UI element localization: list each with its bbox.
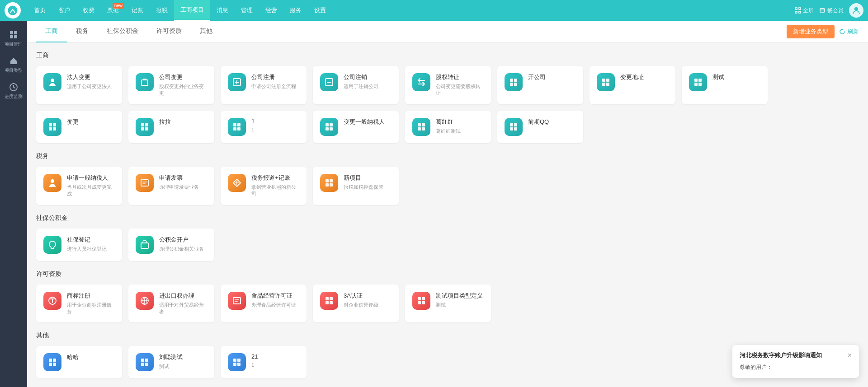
card-name-new-project: 新项目: [344, 174, 392, 182]
card-trademark[interactable]: 商标注册 用于企业商标注册服务: [36, 284, 122, 323]
card-desc-trademark: 用于企业商标注册服务: [67, 302, 115, 316]
card-apply-invoice[interactable]: 申请发票 办理申请发票业务: [128, 167, 214, 205]
card-icon-one: [228, 118, 246, 136]
svg-rect-70: [418, 301, 421, 304]
card-equity-transfer[interactable]: 股权转让 公司变更需要股权转让: [405, 66, 491, 104]
tab-actions: 新增业务类型 刷新: [787, 25, 859, 38]
notification-popup: 河北税务数字账户升级影响通知 × 尊敬的用户：: [732, 345, 859, 378]
svg-rect-49: [510, 123, 513, 126]
card-name-import-export: 进出口权办理: [159, 292, 207, 300]
refresh-button[interactable]: 刷新: [839, 28, 859, 36]
card-test-type-def[interactable]: 测试项目类型定义 测试: [405, 284, 491, 323]
new-badge: new: [113, 3, 124, 9]
card-tax-report[interactable]: 税务报道+记账 拿到营业执照的新公司: [221, 167, 307, 205]
new-type-button[interactable]: 新增业务类型: [787, 25, 835, 38]
svg-rect-5: [799, 11, 801, 13]
svg-point-7: [854, 7, 858, 11]
card-food-license[interactable]: 食品经营许可证 办理食品经营许可证: [221, 284, 307, 323]
card-icon-change-address: [597, 73, 615, 91]
card-name-change-taxpayer: 变更一般纳税人: [344, 118, 392, 126]
card-desc-fund-open: 办理公积金相关业务: [159, 246, 207, 252]
nav-message[interactable]: 消息: [210, 0, 235, 21]
member-btn[interactable]: 畅会员: [819, 7, 844, 14]
svg-rect-40: [237, 127, 241, 131]
svg-rect-82: [233, 363, 236, 366]
card-haha[interactable]: 哈哈: [36, 346, 122, 378]
card-one[interactable]: 1 1: [221, 111, 307, 143]
card-legal-change[interactable]: 法人变更 适用于公司变更法人: [36, 66, 122, 104]
card-3a-cert[interactable]: 3A认证 对企业信誉评级: [313, 284, 399, 323]
card-change-taxpayer[interactable]: 变更一般纳税人: [313, 111, 399, 143]
card-ge-hong-hong[interactable]: 葛红红 葛红红测试: [405, 111, 491, 143]
card-import-export[interactable]: 进出口权办理 适用于对外贸易经营者: [128, 284, 214, 323]
nav-home[interactable]: 首页: [28, 0, 52, 21]
svg-rect-4: [795, 11, 797, 13]
svg-rect-29: [49, 123, 52, 126]
nav-accounting[interactable]: 记账: [125, 0, 150, 21]
nav-operation[interactable]: 经营: [259, 0, 283, 21]
sidebar-item-project-manage[interactable]: 项目管理: [0, 25, 27, 51]
svg-rect-37: [233, 123, 236, 126]
tab-license[interactable]: 许可资质: [147, 21, 191, 42]
svg-point-13: [51, 79, 54, 82]
svg-rect-14: [142, 80, 148, 85]
card-change-address[interactable]: 变更地址: [590, 66, 675, 104]
svg-rect-63: [233, 298, 241, 304]
svg-rect-83: [237, 363, 241, 366]
tab-social[interactable]: 社保公积金: [98, 21, 147, 42]
nav-settings[interactable]: 设置: [308, 0, 332, 21]
card-desc-equity-transfer: 公司变更需要股权转让: [436, 83, 484, 97]
section-social: 社保公积金 社保登记 进行人员社保登记 公积金开户: [36, 214, 859, 261]
svg-rect-42: [330, 123, 333, 126]
card-name-legal-change: 法人变更: [67, 73, 115, 81]
tab-biz[interactable]: 工商: [36, 21, 67, 42]
svg-rect-26: [698, 79, 702, 82]
card-apply-taxpayer[interactable]: 申请一般纳税人 当月或次月成变更完成: [36, 167, 122, 205]
cards-grid-social: 社保登记 进行人员社保登记 公积金开户 办理公积金相关业务: [36, 228, 859, 261]
card-pre-qq[interactable]: 前期QQ: [497, 111, 583, 143]
nav-items: 首页 客户 收费 票据 new 记账 报税 工商项目 消息 管理 经营 服务 设…: [28, 0, 795, 21]
card-twentyone[interactable]: 21 1: [221, 346, 307, 378]
svg-rect-71: [422, 301, 425, 304]
notif-close-button[interactable]: ×: [848, 351, 852, 359]
card-open-company[interactable]: 开公司: [497, 66, 583, 104]
card-desc-company-register: 申请公司注册全流程: [251, 83, 299, 90]
card-new-project[interactable]: 新项目 报税加税控盘保管: [313, 167, 399, 205]
nav-service[interactable]: 服务: [283, 0, 308, 21]
card-liu-test[interactable]: 刘聪测试 测试: [128, 346, 214, 378]
card-desc-apply-taxpayer: 当月或次月成变更完成: [67, 184, 115, 198]
card-icon-test-type-def: [412, 292, 430, 310]
card-fund-open[interactable]: 公积金开户 办理公积金相关业务: [128, 228, 214, 261]
card-icon-haha: [43, 353, 61, 371]
card-icon-social-register: [43, 236, 61, 254]
sidebar-item-project-type[interactable]: 项目类型: [0, 51, 27, 78]
nav-billing[interactable]: 收费: [76, 0, 101, 21]
nav-management[interactable]: 管理: [235, 0, 259, 21]
tab-other[interactable]: 其他: [191, 21, 222, 42]
nav-tax[interactable]: 报税: [150, 0, 174, 21]
user-avatar[interactable]: [849, 3, 863, 18]
card-lala[interactable]: 拉拉: [128, 111, 214, 143]
card-name-apply-invoice: 申请发票: [159, 174, 207, 182]
fullscreen-btn[interactable]: 全屏: [795, 7, 814, 14]
card-icon-twentyone: [228, 353, 246, 371]
nav-right: 全屏 畅会员: [795, 3, 863, 18]
card-company-register[interactable]: 公司注册 申请公司注册全流程: [221, 66, 307, 104]
cards-grid-license: 商标注册 用于企业商标注册服务 进出口权办理 适用于对外贸易经营者: [36, 284, 859, 323]
card-change[interactable]: 变更: [36, 111, 122, 143]
card-company-cancel[interactable]: 公司注销 适用于注销公司: [313, 66, 399, 104]
card-test[interactable]: 测试: [682, 66, 768, 104]
svg-rect-20: [514, 83, 517, 86]
card-social-register[interactable]: 社保登记 进行人员社保登记: [36, 228, 122, 261]
tab-tax[interactable]: 税务: [67, 21, 98, 42]
nav-invoice[interactable]: 票据 new: [101, 0, 125, 21]
card-name-3a-cert: 3A认证: [344, 292, 392, 300]
svg-rect-11: [14, 35, 17, 38]
svg-rect-18: [514, 79, 517, 82]
sidebar-item-progress-monitor[interactable]: 进度监测: [0, 78, 27, 104]
logo[interactable]: [5, 2, 21, 19]
nav-customer[interactable]: 客户: [52, 0, 76, 21]
nav-bizproject[interactable]: 工商项目: [174, 0, 210, 21]
card-company-change[interactable]: 公司变更 股权变更外的业务变更: [128, 66, 214, 104]
svg-rect-58: [330, 183, 333, 187]
